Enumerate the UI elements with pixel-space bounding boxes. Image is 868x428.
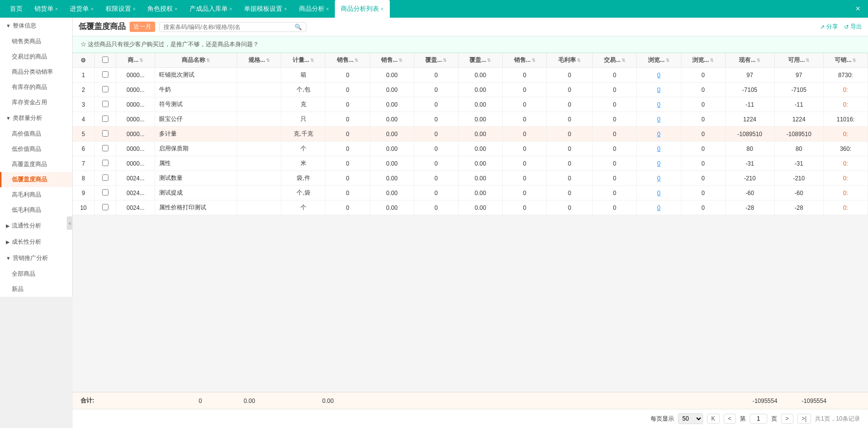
- cell-browse1[interactable]: 0: [637, 83, 681, 97]
- cell-browse1[interactable]: 0: [637, 112, 681, 127]
- cell-checkbox[interactable]: [94, 156, 116, 171]
- browse1-link[interactable]: 0: [657, 86, 661, 93]
- th-browse2[interactable]: 浏览...⇅: [681, 53, 725, 68]
- sort-transaction[interactable]: 交易...⇅: [604, 56, 625, 64]
- sidebar-item-new-goods[interactable]: 新品: [0, 282, 72, 297]
- cell-checkbox[interactable]: [94, 186, 116, 200]
- sort-browse2[interactable]: 浏览...⇅: [692, 56, 714, 64]
- sidebar-item-low-coverage[interactable]: 低覆盖度商品: [0, 172, 72, 187]
- th-code[interactable]: 商...⇅: [116, 53, 155, 68]
- th-settings[interactable]: ⚙: [73, 53, 94, 68]
- th-checkbox[interactable]: [94, 53, 116, 68]
- browse1-link[interactable]: 0: [657, 145, 661, 152]
- sort-sales-amount[interactable]: 销售...⇅: [381, 56, 403, 64]
- cell-browse1[interactable]: 0: [637, 186, 681, 200]
- sort-unit[interactable]: 计量...⇅: [293, 56, 314, 64]
- nav-item-permissions[interactable]: 权限设置 ×: [100, 0, 141, 18]
- sidebar-item-high-coverage[interactable]: 高覆盖度商品: [0, 157, 72, 172]
- sort-gross-margin[interactable]: 毛利率⇅: [558, 56, 581, 64]
- sidebar-section-flow[interactable]: ▶ 流通性分析: [0, 218, 72, 234]
- nav-close-production[interactable]: ×: [229, 6, 232, 12]
- th-coverage2[interactable]: 覆盖...⇅: [458, 53, 502, 68]
- nav-item-templates[interactable]: 单据模板设置 ×: [238, 0, 293, 18]
- th-coverage1[interactable]: 覆盖...⇅: [414, 53, 458, 68]
- row-checkbox[interactable]: [102, 174, 108, 181]
- cell-checkbox[interactable]: [94, 200, 116, 215]
- nav-close-sales[interactable]: ×: [55, 6, 58, 12]
- nav-item-product-analysis[interactable]: 商品分析 ×: [293, 0, 335, 18]
- sort-code[interactable]: 商...⇅: [128, 56, 143, 64]
- sidebar-section-overview[interactable]: ▼ 整体信息: [0, 18, 72, 34]
- sort-sales-qty[interactable]: 销售...⇅: [337, 56, 358, 64]
- browse1-link[interactable]: 0: [657, 101, 661, 108]
- th-available-stock[interactable]: 可用...⇅: [774, 53, 823, 68]
- sidebar-item-category-rate[interactable]: 商品分类动销率: [0, 64, 72, 80]
- row-checkbox[interactable]: [102, 130, 108, 137]
- cell-checkbox[interactable]: [94, 97, 116, 112]
- sidebar-item-in-stock[interactable]: 有库存的商品: [0, 80, 72, 95]
- browse1-link[interactable]: 0: [657, 160, 661, 167]
- nav-item-sales[interactable]: 销货单 ×: [28, 0, 64, 18]
- row-checkbox[interactable]: [102, 189, 108, 196]
- row-checkbox[interactable]: [102, 160, 108, 166]
- sort-available-stock[interactable]: 可用...⇅: [788, 56, 810, 64]
- nav-close-permissions[interactable]: ×: [133, 6, 136, 12]
- first-page-button[interactable]: K: [707, 414, 720, 424]
- sidebar-item-all-goods[interactable]: 全部商品: [0, 266, 72, 282]
- row-checkbox[interactable]: [102, 101, 108, 107]
- cell-checkbox[interactable]: [94, 112, 116, 127]
- th-unit[interactable]: 计量...⇅: [281, 53, 326, 68]
- sidebar-item-capital[interactable]: 库存资金占用: [0, 95, 72, 110]
- sort-current-stock[interactable]: 现有...⇅: [739, 56, 760, 64]
- sort-coverage2[interactable]: 覆盖...⇅: [469, 56, 491, 64]
- cell-checkbox[interactable]: [94, 68, 116, 83]
- th-sales-amount[interactable]: 销售...⇅: [370, 53, 414, 68]
- sidebar-section-marketing[interactable]: ▼ 营销推广分析: [0, 250, 72, 266]
- search-input[interactable]: [163, 24, 293, 30]
- browse1-link[interactable]: 0: [657, 175, 661, 182]
- th-sales-extra[interactable]: 销售...⇅: [503, 53, 547, 68]
- nav-close-product-analysis-list[interactable]: ×: [380, 6, 383, 12]
- nav-item-product-analysis-list[interactable]: 商品分析列表 ×: [335, 0, 389, 18]
- th-browse1[interactable]: 浏览...⇅: [637, 53, 681, 68]
- cell-browse1[interactable]: 0: [637, 127, 681, 142]
- sidebar-item-high-margin[interactable]: 高毛利商品: [0, 187, 72, 202]
- sort-spec[interactable]: 规格...⇅: [248, 56, 270, 64]
- select-all-checkbox[interactable]: [102, 57, 108, 63]
- cell-browse1[interactable]: 0: [637, 142, 681, 156]
- last-page-button[interactable]: >|: [797, 414, 811, 424]
- sidebar-item-low-value[interactable]: 低价值商品: [0, 142, 72, 157]
- period-button[interactable]: 近一月: [130, 22, 155, 32]
- sort-coverage1[interactable]: 覆盖...⇅: [425, 56, 447, 64]
- sidebar-item-traded-goods[interactable]: 交易过的商品: [0, 49, 72, 64]
- sidebar-item-sales-goods[interactable]: 销售类商品: [0, 34, 72, 49]
- sort-sales-extra[interactable]: 销售...⇅: [514, 56, 536, 64]
- row-checkbox[interactable]: [102, 145, 108, 151]
- prev-page-button[interactable]: <: [724, 414, 736, 424]
- sidebar-item-high-value[interactable]: 高价值商品: [0, 126, 72, 142]
- share-button[interactable]: ↗ 分享: [820, 23, 838, 31]
- next-page-button[interactable]: >: [781, 414, 793, 424]
- cell-browse1[interactable]: 0: [637, 68, 681, 83]
- export-button[interactable]: ↺ 导出: [844, 23, 862, 31]
- th-gross-margin[interactable]: 毛利率⇅: [547, 53, 593, 68]
- row-checkbox[interactable]: [102, 204, 108, 210]
- th-current-stock[interactable]: 现有...⇅: [725, 53, 774, 68]
- sidebar-item-low-margin[interactable]: 低毛利商品: [0, 202, 72, 218]
- cell-browse1[interactable]: 0: [637, 171, 681, 186]
- row-checkbox[interactable]: [102, 115, 108, 122]
- th-sellable[interactable]: 可销...⇅: [823, 53, 868, 68]
- browse1-link[interactable]: 0: [657, 204, 661, 211]
- browse1-link[interactable]: 0: [657, 72, 661, 79]
- cell-browse1[interactable]: 0: [637, 97, 681, 112]
- nav-close-product-analysis[interactable]: ×: [326, 6, 329, 12]
- nav-close-templates[interactable]: ×: [284, 6, 287, 12]
- cell-checkbox[interactable]: [94, 142, 116, 156]
- cell-checkbox[interactable]: [94, 171, 116, 186]
- browse1-link[interactable]: 0: [657, 190, 661, 197]
- page-number-input[interactable]: [750, 414, 767, 424]
- sort-name[interactable]: 商品名称⇅: [182, 56, 210, 64]
- th-transaction[interactable]: 交易...⇅: [593, 53, 637, 68]
- row-checkbox[interactable]: [102, 71, 108, 78]
- nav-item-purchase[interactable]: 进货单 ×: [64, 0, 99, 18]
